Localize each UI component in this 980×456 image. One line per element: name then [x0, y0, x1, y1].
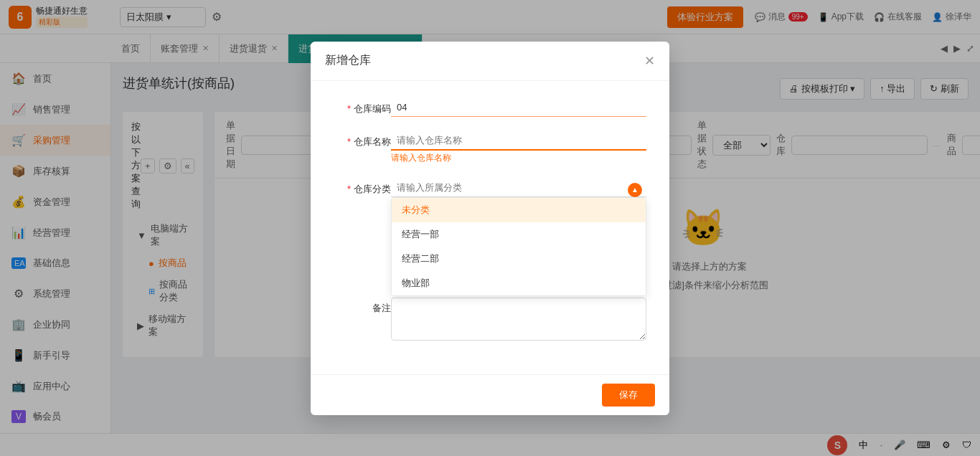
- modal-footer: 保存: [311, 374, 669, 415]
- modal: 新增仓库 ✕ 仓库编码 仓库名称 请输入仓库名称: [311, 42, 669, 415]
- modal-overlay: 新增仓库 ✕ 仓库编码 仓库名称 请输入仓库名称: [0, 0, 980, 456]
- name-error-msg: 请输入仓库名称: [391, 152, 646, 164]
- form-row-remark: 备注: [334, 298, 646, 343]
- form-label-category: 仓库分类: [334, 179, 391, 196]
- form-row-category: 仓库分类 ▲ 未分类 经营一部 经营二部 物业部: [334, 179, 646, 197]
- form-label-remark: 备注: [334, 298, 391, 315]
- modal-body: 仓库编码 仓库名称 请输入仓库名称 仓库分类 ▲: [311, 81, 669, 374]
- save-button[interactable]: 保存: [602, 384, 655, 407]
- form-control-code: [391, 98, 646, 117]
- code-input[interactable]: [391, 98, 646, 117]
- category-input[interactable]: [391, 179, 646, 197]
- category-dropdown-arrow[interactable]: ▲: [628, 183, 642, 197]
- modal-close-button[interactable]: ✕: [644, 53, 655, 69]
- category-dropdown-list: 未分类 经营一部 经营二部 物业部: [391, 197, 646, 296]
- form-row-code: 仓库编码: [334, 98, 646, 117]
- modal-header: 新增仓库 ✕: [311, 42, 669, 81]
- form-label-code: 仓库编码: [334, 98, 391, 115]
- form-row-name: 仓库名称 请输入仓库名称: [334, 131, 646, 164]
- remark-textarea[interactable]: [391, 298, 646, 341]
- dropdown-item-dept1[interactable]: 经营一部: [392, 222, 646, 247]
- dropdown-item-uncategorized[interactable]: 未分类: [392, 198, 646, 222]
- form-control-remark: [391, 298, 646, 343]
- dropdown-item-dept3[interactable]: 物业部: [392, 271, 646, 295]
- form-control-name: 请输入仓库名称: [391, 131, 646, 164]
- name-input[interactable]: [391, 131, 646, 151]
- dropdown-item-dept2[interactable]: 经营二部: [392, 247, 646, 271]
- form-control-category: ▲ 未分类 经营一部 经营二部 物业部: [391, 179, 646, 197]
- modal-title: 新增仓库: [325, 53, 371, 68]
- form-label-name: 仓库名称: [334, 131, 391, 148]
